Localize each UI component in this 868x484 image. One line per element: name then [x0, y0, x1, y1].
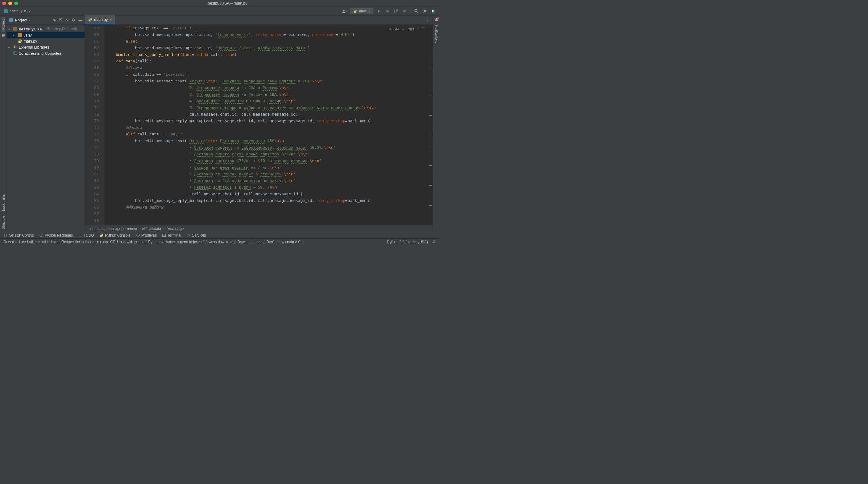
editor-breadcrumbs: command_message() › menu() › elif call.d… — [85, 225, 433, 232]
bottom-tool-stripe: Version Control Python Packages TODO Pyt… — [0, 232, 439, 238]
tree-node-path: ~/Desktop/Работа/К — [44, 27, 77, 31]
prev-highlight-icon[interactable]: ˄ — [417, 27, 419, 31]
folder-icon — [18, 33, 22, 37]
expand-arrow-icon: ▾ — [8, 27, 11, 31]
folder-icon — [13, 27, 17, 31]
python-icon — [99, 233, 103, 237]
window-controls — [2, 1, 18, 5]
tree-mainpy-node[interactable]: main.py — [7, 38, 85, 44]
svg-point-18 — [4, 236, 5, 237]
expand-all-icon[interactable]: ⇱ — [59, 18, 62, 22]
collapse-all-icon[interactable]: ⇲ — [65, 18, 69, 22]
hide-tool-icon[interactable]: — — [79, 18, 82, 22]
svg-point-17 — [4, 234, 5, 235]
close-window-button[interactable] — [2, 1, 6, 5]
main-toolbar: bestbuyUSA ▾ main ▾ — [0, 7, 439, 16]
tree-node-label: bestbuyUSA — [19, 27, 42, 31]
code-area[interactable]: if message.text == '/start': bot.send_me… — [104, 25, 429, 225]
svg-point-11 — [424, 10, 426, 12]
chevron-right-icon: › — [140, 227, 141, 230]
lock-icon[interactable] — [432, 240, 436, 244]
project-view-icon[interactable]: ▦ — [1, 33, 5, 38]
breadcrumb-item[interactable]: command_message() — [89, 226, 124, 231]
tree-root-node[interactable]: ▾ bestbuyUSA ~/Desktop/Работа/К — [7, 26, 85, 32]
library-icon — [13, 44, 17, 50]
search-everywhere-icon[interactable] — [413, 8, 419, 14]
project-tool-header: Project ▾ ⊕ ⇱ ⇲ ⚙ — — [7, 16, 85, 25]
select-opened-file-icon[interactable]: ⊕ — [53, 18, 56, 22]
project-name-label: bestbuyUSA — [10, 9, 30, 13]
left-tool-stripe: Project ▦ Bookmarks Structure — [0, 16, 7, 232]
tree-scratches-node[interactable]: Scratches and Consoles — [7, 50, 85, 56]
warning-icon: ⚠ — [389, 27, 392, 31]
project-tree: ▾ bestbuyUSA ~/Desktop/Работа/К ▸ venv m… — [7, 25, 85, 232]
interpreter-label[interactable]: Python 3.8 (bestbuyUSA) — [387, 240, 428, 244]
structure-tool-button[interactable]: Structure — [1, 213, 5, 232]
problems-tool-button[interactable]: Problems — [136, 233, 157, 238]
tool-settings-icon[interactable]: ⚙ — [72, 18, 75, 22]
editor-area: main.py × ⋮ ⚠ 44 ✔ 383 ˄ ˅ 5960616263646… — [85, 16, 433, 232]
breadcrumb-item[interactable]: menu() — [127, 226, 138, 231]
svg-point-22 — [137, 236, 138, 237]
bookmarks-tool-button[interactable]: Bookmarks — [1, 192, 5, 213]
project-folder-icon — [4, 9, 8, 13]
next-highlight-icon[interactable]: ˅ — [422, 27, 424, 31]
tree-node-label: Scratches and Consoles — [19, 51, 61, 56]
tree-external-libs-node[interactable]: ▸ External Libraries — [7, 44, 85, 50]
editor-body[interactable]: ⚠ 44 ✔ 383 ˄ ˅ 5960616263646566676869707… — [85, 25, 433, 225]
inspections-widget[interactable]: ⚠ 44 ✔ 383 ˄ ˅ — [387, 27, 426, 32]
svg-rect-13 — [14, 45, 16, 48]
python-file-icon — [88, 18, 92, 22]
tree-node-label: venv — [24, 33, 32, 37]
chevron-down-icon[interactable]: ▾ — [29, 19, 30, 22]
project-tool-button[interactable]: Project — [1, 17, 5, 32]
expand-arrow-icon: ▸ — [13, 33, 16, 37]
debug-button[interactable] — [385, 8, 390, 14]
status-message[interactable]: Download pre-built shared indexes: Reduc… — [4, 240, 305, 244]
project-tool-title: Project — [15, 18, 27, 22]
settings-icon[interactable] — [422, 8, 427, 14]
svg-rect-14 — [16, 45, 17, 48]
run-with-coverage-button[interactable] — [393, 8, 399, 14]
python-console-tool-button[interactable]: Python Console — [99, 233, 131, 238]
svg-point-19 — [6, 235, 7, 236]
version-control-tool-button[interactable]: Version Control — [4, 233, 34, 238]
run-config-label: main — [359, 9, 367, 13]
editor-tab-mainpy[interactable]: main.py × — [85, 16, 115, 25]
tab-label: main.py — [94, 17, 108, 22]
right-tool-stripe: Notifications — [433, 16, 439, 232]
stop-button[interactable] — [402, 8, 407, 14]
editor-tabs: main.py × ⋮ — [85, 16, 433, 25]
terminal-tool-button[interactable]: Terminal — [162, 233, 181, 238]
editor-minimap[interactable] — [429, 25, 433, 225]
tree-venv-node[interactable]: ▸ venv — [7, 32, 85, 38]
tree-node-label: External Libraries — [19, 45, 49, 50]
chevron-right-icon: › — [125, 227, 126, 230]
account-icon[interactable]: ▾ — [342, 8, 347, 14]
todo-tool-button[interactable]: TODO — [78, 233, 94, 238]
project-tool-window: Project ▾ ⊕ ⇱ ⇲ ⚙ — ▾ bestbuyUSA ~/Deskt… — [7, 16, 85, 232]
notifications-tool-button[interactable]: Notifications — [435, 23, 438, 46]
maximize-window-button[interactable] — [14, 1, 18, 5]
project-breadcrumb[interactable]: bestbuyUSA — [4, 9, 30, 13]
tree-node-label: main.py — [24, 39, 37, 43]
chevron-down-icon: ▾ — [369, 9, 370, 13]
close-tab-icon[interactable]: × — [110, 17, 112, 22]
ide-logo-icon[interactable] — [430, 8, 436, 14]
breadcrumb-item[interactable]: elif call.data == 'exchange' — [142, 226, 185, 231]
python-packages-tool-button[interactable]: Python Packages — [39, 233, 73, 238]
titlebar: bestbuyUSA – main.py — [0, 0, 439, 7]
notifications-icon[interactable] — [434, 18, 438, 23]
svg-rect-24 — [433, 241, 435, 243]
services-tool-button[interactable]: Services — [187, 233, 206, 238]
scratches-icon — [13, 51, 17, 56]
svg-point-9 — [414, 9, 417, 12]
run-button[interactable] — [376, 8, 382, 14]
editor-gutter[interactable]: 5960616263646566676869707172737475767778… — [85, 25, 104, 225]
svg-rect-23 — [162, 234, 165, 236]
svg-line-10 — [417, 11, 418, 13]
minimize-window-button[interactable] — [8, 1, 12, 5]
run-config-selector[interactable]: main ▾ — [350, 8, 373, 14]
tab-list-icon[interactable]: ⋮ — [426, 18, 430, 22]
svg-line-5 — [386, 10, 387, 10]
